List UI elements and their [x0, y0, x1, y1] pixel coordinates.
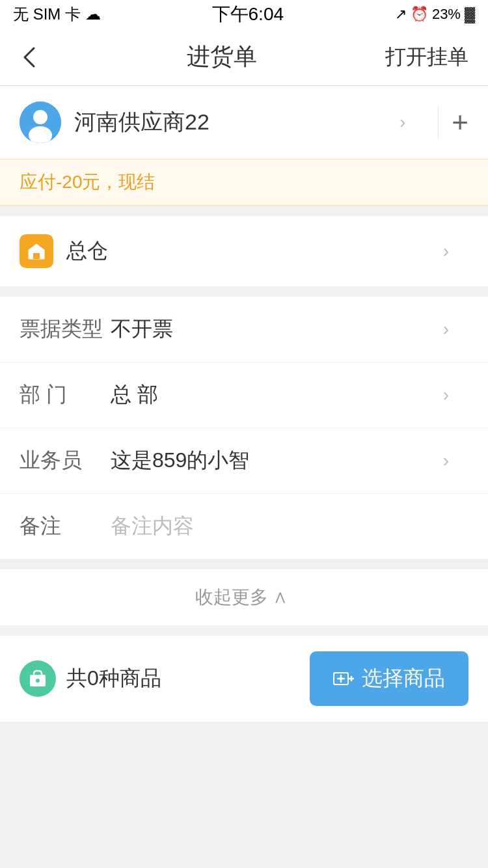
product-count-wrap: 共0种商品 [20, 660, 161, 697]
warehouse-row[interactable]: 总仓 › [0, 216, 488, 286]
status-left: 无 SIM 卡 ☁ [13, 4, 101, 25]
invoice-type-chevron-icon: › [443, 319, 449, 340]
status-time: 下午6:04 [212, 2, 284, 27]
supplier-avatar [20, 102, 61, 143]
department-value: 总 部 [111, 381, 443, 409]
warehouse-section: 总仓 › [0, 216, 488, 286]
supplier-row[interactable]: 河南供应商22 › + [0, 86, 488, 159]
vertical-divider [438, 107, 439, 138]
add-supplier-button[interactable]: + [452, 106, 468, 139]
page-title: 进货单 [187, 41, 257, 73]
sim-status: 无 SIM 卡 ☁ [13, 4, 101, 25]
select-product-button[interactable]: 选择商品 [310, 651, 468, 706]
warning-banner: 应付-20元，现结 [0, 159, 488, 206]
gray-fill [0, 722, 488, 868]
product-icon-wrap [20, 660, 56, 697]
location-icon: ↗ [395, 6, 407, 23]
svg-rect-3 [33, 253, 40, 259]
svg-point-1 [33, 110, 47, 124]
salesperson-row[interactable]: 业务员 这是859的小智 › [0, 428, 488, 494]
product-count-text: 共0种商品 [66, 664, 161, 693]
collapse-label: 收起更多 ∧ [195, 585, 288, 610]
status-bar: 无 SIM 卡 ☁ 下午6:04 ↗ ⏰ 23% ▓ [0, 0, 488, 29]
battery-level: 23% [432, 6, 461, 23]
remark-input[interactable]: 备注内容 [111, 512, 468, 541]
open-pending-button[interactable]: 打开挂单 [385, 43, 468, 72]
alarm-icon: ⏰ [411, 6, 428, 23]
salesperson-label: 业务员 [20, 446, 111, 475]
department-label: 部 门 [20, 381, 111, 409]
supplier-chevron-icon: › [400, 112, 405, 133]
invoice-type-row[interactable]: 票据类型 不开票 › [0, 297, 488, 362]
svg-point-5 [36, 679, 40, 683]
remark-label: 备注 [20, 512, 111, 541]
back-button[interactable] [20, 43, 59, 72]
nav-bar: 进货单 打开挂单 [0, 29, 488, 86]
select-product-label: 选择商品 [362, 664, 445, 693]
main-content: 河南供应商22 › + 应付-20元，现结 总仓 › 票据类型 不开票 [0, 86, 488, 868]
warehouse-name: 总仓 [66, 237, 443, 265]
status-right: ↗ ⏰ 23% ▓ [395, 6, 475, 23]
form-section: 票据类型 不开票 › 部 门 总 部 › 业务员 这是859的小智 › 备注 备… [0, 297, 488, 559]
warehouse-value-wrap: 总仓 [66, 237, 443, 265]
department-chevron-icon: › [443, 385, 449, 405]
remark-row[interactable]: 备注 备注内容 [0, 494, 488, 559]
supplier-section: 河南供应商22 › + 应付-20元，现结 [0, 86, 488, 206]
product-section: 共0种商品 选择商品 [0, 636, 488, 722]
warehouse-icon [20, 234, 53, 268]
department-row[interactable]: 部 门 总 部 › [0, 362, 488, 428]
warehouse-chevron-icon: › [443, 241, 449, 262]
invoice-type-value: 不开票 [111, 315, 443, 344]
salesperson-value: 这是859的小智 [111, 446, 443, 475]
battery-icon: ▓ [465, 6, 475, 23]
invoice-type-label: 票据类型 [20, 315, 111, 344]
supplier-name: 河南供应商22 [74, 107, 400, 137]
collapse-row[interactable]: 收起更多 ∧ [0, 569, 488, 625]
salesperson-chevron-icon: › [443, 450, 449, 471]
